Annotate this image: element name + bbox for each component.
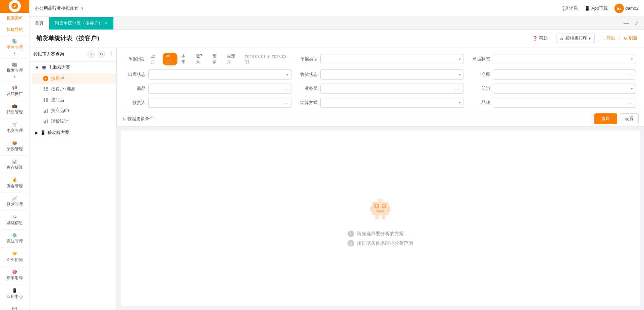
out-status-label: 出库状态 bbox=[125, 71, 148, 78]
filter-settlement-cell: 结算方式 ▾ bbox=[294, 96, 466, 110]
empty-tips: 1 请先选择要分析的方案 2 用过滤条件来缩小分析范围 bbox=[347, 230, 413, 247]
sidebar-item-wechat[interactable]: 💬 企业微信 bbox=[0, 303, 29, 310]
export-icon: ↓ bbox=[603, 36, 605, 41]
order-status-select[interactable]: ▾ bbox=[493, 54, 636, 64]
date-tab-custom[interactable]: 自定义 bbox=[224, 53, 241, 65]
tree-group-desktop-header[interactable]: ▼ 💻 电脑端方案 bbox=[30, 62, 116, 73]
tab-bar: 首页 销货单统计表（按客户） ✕ — ⤢ bbox=[30, 17, 644, 30]
retail-icon: 🏪 bbox=[12, 39, 17, 44]
sidebar-item-finance[interactable]: 💰 资金管理 bbox=[0, 174, 29, 193]
department-select[interactable]: ▾ bbox=[493, 84, 636, 94]
left-panel-icons: + ↻ 《 bbox=[88, 51, 112, 58]
download-icon: 📱 bbox=[585, 6, 590, 11]
tree-leaf-by-product[interactable]: 按商品 bbox=[32, 95, 116, 105]
sidebar-item-marketing[interactable]: 📢 营销推广 bbox=[0, 82, 29, 100]
sales-icon: 💼 bbox=[12, 104, 17, 108]
salesperson-input[interactable]: ··· bbox=[320, 84, 464, 94]
sidebar-item-basics[interactable]: 🗂 基础信息 bbox=[0, 211, 29, 229]
tree-group-desktop: ▼ 💻 电脑端方案 ● 按客户 按客户+商品 bbox=[30, 62, 116, 127]
svg-rect-6 bbox=[46, 98, 48, 100]
tip-text-2: 用过滤条件来缩小分析范围 bbox=[357, 240, 413, 246]
filter-warehouse-cell: 仓库 ··· bbox=[467, 67, 639, 82]
tab-maximize-btn[interactable]: ⤢ bbox=[633, 18, 640, 28]
warehouse-input[interactable]: ··· bbox=[493, 69, 636, 80]
sidebar-item-newbie[interactable]: 🎯 新手引导 bbox=[0, 266, 29, 285]
tree-leaf-by-customer[interactable]: ● 按客户 bbox=[32, 73, 116, 84]
collapse-panel-btn[interactable]: 《 bbox=[108, 51, 112, 58]
sidebar-item-purchase[interactable]: 📦 采购管理 bbox=[0, 137, 29, 156]
order-type-select[interactable]: ▾ bbox=[320, 54, 464, 64]
sidebar-item-sales[interactable]: 💼 销售管理 bbox=[0, 100, 29, 119]
filter-section: 单据日期 上月 本月 本年 近7天 更多 自定义 20 bbox=[117, 47, 644, 111]
user-area[interactable]: Ea demo2 bbox=[614, 4, 639, 13]
empty-tip-2: 2 用过滤条件来缩小分析范围 bbox=[347, 240, 413, 247]
sidebar-item-enterprise[interactable]: 🤝 企业协同 bbox=[0, 248, 29, 266]
svg-point-25 bbox=[383, 205, 385, 207]
page-header: 销货单统计表（按客户） ❓ 帮助 🖨 按模板打印 ▾ ↓ 导出 bbox=[30, 30, 644, 47]
message-btn[interactable]: 💬 消息 bbox=[562, 5, 578, 11]
breadcrumb-dropdown-icon[interactable]: ▾ bbox=[81, 6, 84, 11]
tab-home[interactable]: 首页 bbox=[30, 17, 49, 30]
help-btn[interactable]: ❓ 帮助 bbox=[532, 35, 548, 41]
tree-desktop-children: ● 按客户 按客户+商品 bbox=[30, 73, 116, 127]
by-customer-product-icon bbox=[43, 87, 48, 92]
consignee-input[interactable]: ··· bbox=[148, 98, 291, 108]
collapse-bar[interactable]: ∧ 收起更多条件 bbox=[122, 116, 154, 122]
by-customer-product-label: 按客户+商品 bbox=[51, 86, 75, 92]
username: demo2 bbox=[625, 6, 639, 11]
brand-input[interactable]: ··· bbox=[493, 98, 636, 108]
sidebar-item-wholesale[interactable]: 🏬 批发管理 ▲ bbox=[0, 59, 29, 82]
page-actions: ❓ 帮助 🖨 按模板打印 ▾ ↓ 导出 ↻ 刷新 bbox=[532, 34, 638, 47]
by-product-99-icon bbox=[43, 108, 48, 113]
tab-actions: — ⤢ bbox=[622, 18, 644, 28]
header-left: 办公用品行业模拟账套 ▾ bbox=[35, 5, 84, 11]
divider-1 bbox=[552, 36, 552, 41]
filter-date-cell: 单据日期 上月 本月 本年 近7天 更多 自定义 20 bbox=[122, 51, 294, 67]
sidebar-nav[interactable]: 快捷导航 bbox=[0, 24, 29, 36]
tip-num-1: 1 bbox=[347, 230, 354, 237]
tree-group-mobile-header[interactable]: ▶ 📱 移动端方案 bbox=[30, 127, 116, 138]
tree-leaf-by-customer-product[interactable]: 按客户+商品 bbox=[32, 84, 116, 95]
sidebar-item-operations[interactable]: 📈 经营管理 bbox=[0, 193, 29, 211]
tree-leaf-by-product-99[interactable]: 按商品99 bbox=[32, 105, 116, 116]
product-input[interactable]: ··· bbox=[148, 84, 291, 94]
tip-text-1: 请先选择要分析的方案 bbox=[357, 231, 404, 237]
refresh-btn[interactable]: ↻ 刷新 bbox=[624, 35, 637, 41]
print-btn[interactable]: 🖨 按模板打印 ▾ bbox=[556, 34, 595, 43]
out-status-select[interactable]: ▾ bbox=[148, 69, 291, 80]
svg-rect-19 bbox=[370, 206, 373, 212]
avatar: Ea bbox=[614, 4, 624, 13]
setting-btn[interactable]: 设置 bbox=[620, 113, 639, 124]
enterprise-icon: 🤝 bbox=[12, 251, 17, 256]
date-tab-this-month[interactable]: 本月 bbox=[163, 53, 177, 65]
query-btn[interactable]: 查询 bbox=[594, 113, 617, 124]
sidebar-item-inventory[interactable]: 📊 库存核算 bbox=[0, 156, 29, 174]
right-panel: 单据日期 上月 本月 本年 近7天 更多 自定义 20 bbox=[117, 47, 644, 310]
sidebar-item-apps[interactable]: 📱 应用中心 bbox=[0, 285, 29, 303]
svg-rect-10 bbox=[45, 110, 46, 113]
settlement-label: 结算方式 bbox=[297, 100, 320, 106]
date-tab-more[interactable]: 更多 bbox=[210, 53, 223, 65]
date-tab-last-month[interactable]: 上月 bbox=[148, 53, 161, 65]
filter-out-status-cell: 出库状态 ▾ bbox=[122, 67, 294, 82]
tree-leaf-return-stats[interactable]: 退货统计 bbox=[32, 116, 116, 127]
sidebar-search[interactable]: 搜索菜单 bbox=[0, 13, 29, 24]
logo-icon bbox=[9, 0, 21, 12]
svg-rect-12 bbox=[44, 121, 45, 123]
date-tab-last7[interactable]: 近7天 bbox=[193, 53, 209, 65]
app-download-btn[interactable]: 📱 App下载 bbox=[585, 5, 608, 11]
settlement-select[interactable]: ▾ bbox=[320, 98, 464, 108]
sidebar-item-system[interactable]: ⚙️ 系统管理 bbox=[0, 229, 29, 248]
tab-sales-stats-close-icon[interactable]: ✕ bbox=[105, 21, 108, 25]
tab-sales-stats[interactable]: 销货单统计表（按客户） ✕ bbox=[49, 17, 114, 30]
receipt-status-select[interactable]: ▾ bbox=[320, 69, 464, 80]
refresh-scheme-btn[interactable]: ↻ bbox=[98, 51, 105, 58]
sidebar-item-ecommerce[interactable]: 🛒 电商管理 bbox=[0, 119, 29, 137]
svg-rect-11 bbox=[47, 109, 48, 113]
tab-minimize-btn[interactable]: — bbox=[622, 19, 630, 28]
department-label: 部门 bbox=[469, 86, 493, 92]
sidebar-item-retail[interactable]: 🏪 零售管理 ▲ bbox=[0, 36, 29, 59]
date-tab-this-year[interactable]: 本年 bbox=[179, 53, 192, 65]
export-btn[interactable]: ↓ 导出 bbox=[603, 35, 615, 41]
add-scheme-btn[interactable]: + bbox=[88, 51, 95, 58]
